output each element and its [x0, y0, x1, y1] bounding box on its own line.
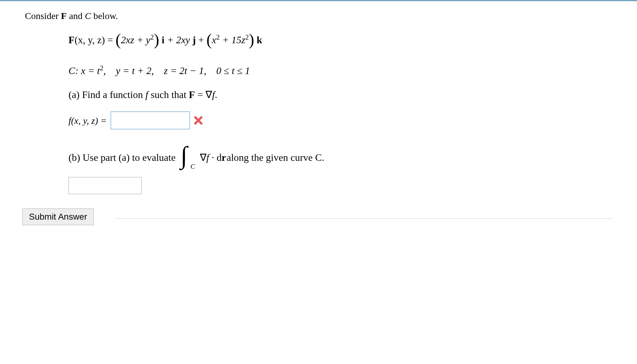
x-sup: 2: [216, 33, 219, 41]
pb-dot: · d: [209, 152, 222, 163]
rparen-2: ): [249, 31, 254, 49]
pa-prefix: (a) Find a function: [68, 89, 145, 100]
lparen-1: (: [116, 31, 121, 49]
mid-15z: + 15z: [220, 34, 245, 45]
part-a-answer-row: f(x, y, z) =: [68, 111, 612, 129]
question-container: Consider F and C below. F(x, y, z) = (2x…: [0, 1, 637, 228]
question-intro: Consider F and C below.: [25, 11, 612, 21]
pa-F: F: [189, 89, 195, 100]
part-b-question: (b) Use part (a) to evaluate ∫ C ∇f · dr…: [68, 147, 612, 168]
integrand: ∇f · dr: [200, 150, 226, 165]
pa-lbl-args: (x, y, z) =: [71, 115, 106, 126]
C-sup: 2: [100, 64, 103, 72]
integral-symbol: ∫ C: [182, 147, 197, 168]
submit-button[interactable]: Submit Answer: [22, 208, 94, 225]
part-b-answer-row: [68, 175, 612, 194]
footer-divider: [115, 218, 612, 219]
z-sup: 2: [245, 33, 249, 41]
plus2: +: [196, 34, 206, 45]
pa-dot: .: [215, 89, 217, 100]
pa-mid: such that: [148, 89, 189, 100]
intro-F: F: [61, 11, 67, 21]
pb-prefix: (b) Use part (a) to evaluate: [68, 150, 176, 165]
C-prefix: C: x = t: [68, 65, 100, 76]
rparen-1: ): [154, 31, 159, 49]
pb-f: f: [206, 152, 209, 163]
part-a-question: (a) Find a function f such that F = ∇f.: [68, 87, 612, 102]
incorrect-icon: [193, 115, 204, 126]
integral-glyph: ∫: [181, 148, 187, 163]
pa-f: f: [145, 89, 148, 100]
F-args: (x, y, z) =: [75, 34, 116, 45]
pa-f2: f: [212, 89, 215, 100]
equation-F: F(x, y, z) = (2xz + y2) i + 2xy j + (x2 …: [68, 32, 612, 47]
equation-C: C: x = t2, y = t + 2, z = 2t − 1, 0 ≤ t …: [68, 63, 612, 78]
pb-r: r: [222, 152, 226, 163]
part-a-label: f(x, y, z) =: [68, 114, 107, 128]
lparen-2: (: [206, 31, 212, 49]
intro-text: Consider: [25, 11, 61, 21]
F-symbol: F: [68, 34, 75, 45]
pb-suffix: along the given curve C.: [227, 150, 324, 165]
plus-2xy: + 2xy: [164, 34, 192, 45]
k-vec: k: [254, 34, 262, 45]
intro-and: and: [67, 11, 85, 21]
integral-sub: C: [191, 161, 195, 171]
pa-eq: = ∇: [195, 89, 212, 100]
F-term1: 2xz + y2: [121, 34, 154, 45]
C-mid: , y = t + 2, z = 2t − 1, 0 ≤ t ≤ 1: [103, 65, 250, 76]
footer-area: Submit Answer: [25, 208, 612, 225]
grad: ∇: [200, 152, 206, 163]
intro-suffix: below.: [91, 11, 118, 21]
intro-C: C: [85, 11, 91, 21]
part-a-input[interactable]: [111, 111, 190, 129]
j-vec: j: [192, 34, 196, 45]
term1-sup: 2: [150, 33, 154, 41]
x-term: x: [212, 34, 216, 45]
term1-text: 2xz + y: [121, 34, 150, 45]
part-b-input[interactable]: [68, 177, 142, 194]
i-vec: i: [159, 34, 164, 45]
math-block: F(x, y, z) = (2xz + y2) i + 2xy j + (x2 …: [68, 32, 612, 194]
